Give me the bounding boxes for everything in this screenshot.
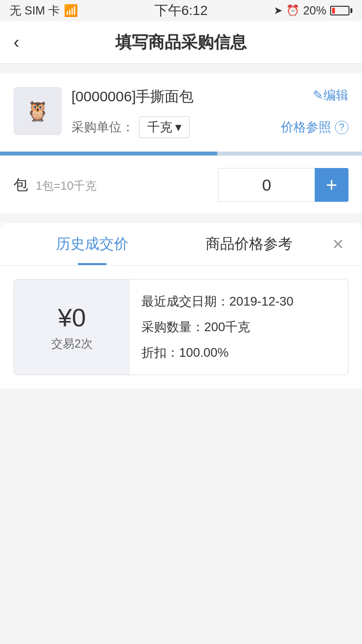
tabs-content: ¥0 交易2次 最近成交日期：2019-12-30 采购数量：200千克 折扣：… [0, 266, 362, 389]
tabs-header: 历史成交价 商品价格参考 × [0, 223, 362, 266]
product-name: [0000006]手撕面包 [71, 87, 194, 107]
quantity-input-group: + [218, 168, 348, 202]
price-card: ¥0 交易2次 最近成交日期：2019-12-30 采购数量：200千克 折扣：… [14, 279, 348, 375]
discount-row: 折扣：100.00% [141, 344, 336, 361]
unit-select[interactable]: 千克 ▾ [139, 116, 190, 138]
quantity-detail-value: 200千克 [204, 320, 250, 334]
close-button[interactable]: × [328, 233, 348, 255]
product-info: [0000006]手撕面包 ✎编辑 采购单位： 千克 ▾ 价格参照 ? [71, 87, 348, 138]
dropdown-arrow-icon: ▾ [175, 120, 181, 135]
quantity-unit: 包 [14, 175, 28, 195]
quantity-label-text: 采购数量： [141, 320, 204, 334]
price-summary: ¥0 交易2次 [14, 280, 130, 375]
price-amount: ¥0 [58, 303, 86, 332]
product-logo: 🦉 [26, 100, 50, 123]
quantity-input[interactable] [218, 168, 315, 202]
recent-date-row: 最近成交日期：2019-12-30 [141, 293, 336, 310]
carrier-text: 无 SIM 卡 [10, 3, 60, 18]
product-unit-row: 采购单位： 千克 ▾ 价格参照 ? [71, 116, 348, 138]
quantity-plus-button[interactable]: + [315, 168, 348, 202]
recent-date-label: 最近成交日期： [141, 294, 229, 308]
quantity-row: 包 1包=10千克 + [0, 156, 362, 213]
recent-date-value: 2019-12-30 [229, 294, 293, 308]
battery-percent-text: 20% [303, 4, 326, 17]
unit-label: 采购单位： 千克 ▾ [71, 116, 190, 138]
tabs-panel: 历史成交价 商品价格参考 × ¥0 交易2次 最近成交日期：2019-12-30… [0, 223, 362, 389]
location-icon: ➤ [274, 4, 282, 17]
amount-value: 0 [72, 304, 86, 332]
trades-count: 交易2次 [51, 336, 92, 351]
progress-bar [0, 152, 362, 155]
quantity-label: 包 1包=10千克 [14, 175, 97, 195]
wifi-icon: 📶 [64, 4, 78, 17]
discount-value: 100.00% [179, 345, 229, 360]
purchase-quantity-row: 采购数量：200千克 [141, 319, 336, 336]
tab-history-price[interactable]: 历史成交价 [14, 223, 170, 265]
page-title: 填写商品采购信息 [115, 31, 247, 54]
price-reference-button[interactable]: 价格参照 ? [281, 119, 348, 136]
currency-symbol: ¥ [58, 304, 72, 332]
product-card: 🦉 [0000006]手撕面包 ✎编辑 采购单位： 千克 ▾ 价格参照 ? [0, 73, 362, 152]
back-button[interactable]: ‹ [14, 32, 19, 53]
quantity-conversion: 1包=10千克 [36, 178, 97, 194]
battery-indicator [330, 6, 352, 15]
product-image: 🦉 [14, 87, 62, 135]
tab-product-label: 商品价格参考 [206, 234, 292, 254]
nav-bar: ‹ 填写商品采购信息 [0, 21, 362, 64]
unit-value: 千克 [147, 119, 172, 136]
status-left: 无 SIM 卡 📶 [10, 3, 78, 18]
tab-history-label: 历史成交价 [56, 234, 128, 254]
tab-product-price[interactable]: 商品价格参考 [170, 223, 327, 265]
edit-button[interactable]: ✎编辑 [313, 87, 348, 104]
price-ref-label: 价格参照 [281, 119, 331, 136]
price-details: 最近成交日期：2019-12-30 采购数量：200千克 折扣：100.00% [130, 280, 348, 375]
status-time: 下午6:12 [154, 1, 208, 20]
help-icon: ? [335, 121, 348, 134]
status-bar: 无 SIM 卡 📶 下午6:12 ➤ ⏰ 20% [0, 0, 362, 21]
alarm-icon: ⏰ [286, 4, 299, 17]
discount-label: 折扣： [141, 345, 179, 360]
product-header: [0000006]手撕面包 ✎编辑 [71, 87, 348, 107]
status-right: ➤ ⏰ 20% [274, 4, 352, 17]
